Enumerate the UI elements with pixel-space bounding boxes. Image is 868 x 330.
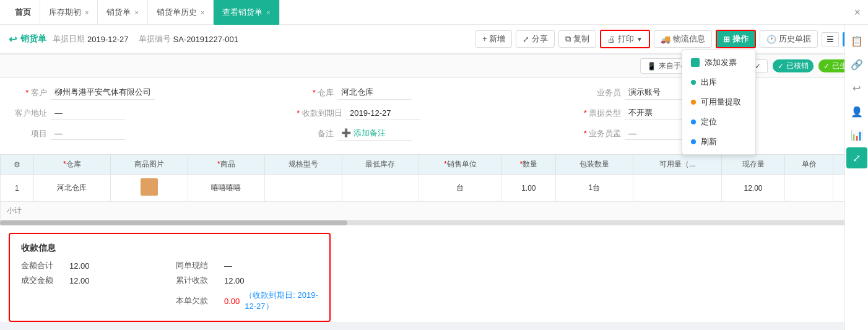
- due-value: 0.00: [224, 297, 240, 306]
- horizontal-scrollbar[interactable]: [0, 220, 868, 225]
- col-warehouse: *仓库: [33, 155, 111, 175]
- col-available: 可用量（...: [633, 155, 722, 175]
- print-chevron-icon: ▼: [636, 36, 643, 43]
- available-dot-icon: [691, 100, 696, 105]
- document-type-title: ↩ 销货单: [9, 33, 46, 45]
- sidebar-icon-chart[interactable]: 📊: [846, 124, 868, 146]
- row-available: [633, 175, 722, 202]
- customer-value: 柳州粤港平安气体有限公司: [51, 85, 155, 100]
- right-sidebar: 📋 🔗 ↩ 👤 📊 ⤢: [844, 25, 868, 330]
- toolbar-actions: + 新增 ⤢ 分享 ⧉ 复制 🖨 打印 ▼ 🚚: [475, 30, 859, 48]
- project-value: —: [51, 128, 125, 140]
- sidebar-icon-user[interactable]: 👤: [846, 100, 868, 123]
- add-remark-button[interactable]: ➕ 添加备注: [337, 126, 412, 141]
- history-icon: 🕐: [766, 35, 776, 44]
- subtotal-row: 小计: [1, 202, 868, 220]
- col-spec: 规格型号: [265, 155, 342, 175]
- plus-icon: ➕: [341, 128, 351, 137]
- tab-view-sales[interactable]: 查看销货单 ×: [214, 0, 279, 25]
- same-order-value: —: [224, 261, 232, 271]
- invoice-icon: [691, 58, 700, 67]
- close-tab-view-sales[interactable]: ×: [266, 9, 270, 16]
- address-value: —: [51, 107, 125, 119]
- print-icon: 🖨: [607, 35, 615, 44]
- row-product: 嘻嘻嘻嘻: [188, 175, 265, 202]
- close-tab-inventory-init[interactable]: ×: [85, 9, 89, 16]
- refresh-dot-icon: [691, 139, 696, 144]
- phone-icon: 📱: [647, 62, 656, 71]
- due-note: （收款到期日: 2019-12-27）: [245, 290, 318, 312]
- col-unit: *销售单位: [419, 155, 501, 175]
- sidebar-icon-return[interactable]: ↩: [846, 77, 868, 99]
- dropdown-available-qty[interactable]: 可用量提取: [682, 92, 755, 112]
- table-row: 1 河北仓库 嘻嘻嘻嘻 台 1.00 1台 12.00: [1, 175, 868, 202]
- amount-total-label: 金额合计: [21, 260, 64, 271]
- same-order-label: 同单现结: [176, 260, 219, 271]
- global-close-button[interactable]: ×: [854, 6, 861, 19]
- print-dropdown-wrapper: 🖨 打印 ▼: [600, 30, 650, 48]
- share-button[interactable]: ⤢ 分享: [516, 30, 555, 48]
- address-field: 客户地址 —: [10, 107, 284, 119]
- tab-home[interactable]: 首页: [6, 0, 40, 25]
- row-min-stock: [342, 175, 419, 202]
- operations-button[interactable]: ⊞ 操作: [716, 30, 756, 48]
- dropdown-refresh[interactable]: 刷新: [682, 132, 755, 152]
- col-price: 单价: [784, 155, 833, 175]
- warehouse-field: * 仓库 河北仓库: [297, 85, 571, 100]
- close-tab-sales-history[interactable]: ×: [201, 9, 204, 16]
- payment-grid: 金额合计 12.00 同单现结 — 成交金额 12.00 累计收款 12.00: [21, 260, 318, 312]
- payment-section: 收款信息 金额合计 12.00 同单现结 — 成交金额 12.00 累计收款 1…: [9, 233, 331, 322]
- amount-total-row: 金额合计 12.00: [21, 260, 163, 271]
- col-current-stock: 现存量: [722, 155, 785, 175]
- sidebar-icon-copy[interactable]: 📋: [846, 30, 868, 52]
- dropdown-locate[interactable]: 定位: [682, 112, 755, 132]
- payment-title: 收款信息: [21, 243, 318, 254]
- row-unit: 台: [419, 175, 501, 202]
- row-spec: [265, 175, 342, 202]
- operations-dropdown-menu: 添加发票 出库 可用量提取 定位: [682, 50, 756, 155]
- dropdown-add-invoice[interactable]: 添加发票: [682, 53, 755, 72]
- tab-sales-history[interactable]: 销货单历史 ×: [148, 0, 214, 25]
- dropdown-outbound[interactable]: 出库: [682, 72, 755, 92]
- tab-bar: 首页 库存期初 × 销货单 × 销货单历史 × 查看销货单 × ×: [0, 0, 868, 25]
- truck-icon: 🚚: [661, 35, 671, 44]
- document-toolbar: ↩ 销货单 单据日期 2019-12-27 单据编号 SA-20191227-0…: [0, 25, 868, 54]
- project-field: 项目 —: [10, 128, 284, 140]
- col-min-stock: 最低库存: [342, 155, 419, 175]
- warehouse-value: 河北仓库: [337, 85, 412, 100]
- due-row: 本单欠款 0.00 （收款到期日: 2019-12-27）: [176, 290, 318, 312]
- document-info: 单据日期 2019-12-27 单据编号 SA-20191227-001: [53, 33, 238, 45]
- check-icon: ✓: [778, 62, 784, 71]
- sidebar-icon-expand[interactable]: ⤢: [846, 147, 867, 168]
- tab-sales-order[interactable]: 销货单 ×: [98, 0, 147, 25]
- products-table-wrapper: ⚙ *仓库 商品图片 *商品 规格型号 最低库存 *销售单位 *数量 包装数量 …: [0, 154, 868, 220]
- copy-button[interactable]: ⧉ 复制: [558, 30, 596, 48]
- row-pack-qty: 1台: [556, 175, 633, 202]
- sidebar-icon-link[interactable]: 🔗: [846, 53, 868, 76]
- share-icon: ⤢: [523, 35, 529, 44]
- history-button[interactable]: 🕐 历史单据: [760, 30, 818, 48]
- view-list-button[interactable]: ☰: [822, 32, 839, 46]
- logistics-button[interactable]: 🚚 物流信息: [654, 30, 712, 48]
- col-gear[interactable]: ⚙: [1, 155, 34, 175]
- cancelled-badge: ✓ 已核销: [773, 59, 814, 72]
- col-qty: *数量: [501, 155, 555, 175]
- cumulative-value: 12.00: [224, 276, 245, 285]
- cumulative-row: 累计收款 12.00: [176, 275, 318, 286]
- row-product-img: [111, 175, 188, 202]
- due-label: 本单欠款: [176, 295, 219, 306]
- add-button[interactable]: + 新增: [475, 30, 512, 48]
- amount-total-value: 12.00: [69, 261, 90, 271]
- product-image: [141, 178, 158, 196]
- same-order-row: 同单现结 —: [176, 260, 318, 271]
- cumulative-label: 累计收款: [176, 275, 219, 286]
- transaction-row: 成交金额 12.00: [21, 275, 163, 286]
- remark-field: 备注 ➕ 添加备注: [297, 126, 571, 141]
- close-tab-sales-order[interactable]: ×: [134, 9, 138, 16]
- grid-icon: ⊞: [723, 35, 730, 44]
- row-qty: 1.00: [501, 175, 555, 202]
- tab-inventory-init[interactable]: 库存期初 ×: [40, 0, 98, 25]
- col-product: *商品: [188, 155, 265, 175]
- check-icon2: ✓: [823, 62, 830, 71]
- print-button[interactable]: 🖨 打印 ▼: [600, 30, 650, 48]
